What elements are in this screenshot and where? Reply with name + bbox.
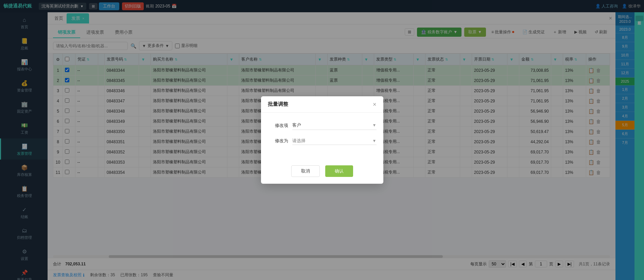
modal-header: 批量调整 × (261, 96, 383, 113)
modal-overlay[interactable]: 批量调整 × 修改项 客户 ▼ 修改为 ▼ 取消 确认 (0, 0, 644, 280)
batch-adjust-modal: 批量调整 × 修改项 客户 ▼ 修改为 ▼ 取消 确认 (261, 96, 383, 184)
modify-field-arrow-icon: ▼ (372, 123, 377, 128)
modal-footer: 取消 确认 (261, 160, 383, 184)
modify-field-label: 修改项 (268, 122, 288, 129)
modify-field-value: 客户 (292, 122, 372, 128)
confirm-button[interactable]: 确认 (325, 165, 353, 177)
modify-field-select[interactable]: 客户 ▼ (292, 121, 377, 130)
modify-to-arrow-icon: ▼ (372, 138, 377, 143)
modify-field-row: 修改项 客户 ▼ (268, 121, 377, 130)
modify-to-row: 修改为 ▼ (268, 137, 377, 145)
modal-body: 修改项 客户 ▼ 修改为 ▼ (261, 113, 383, 160)
modal-title: 批量调整 (268, 101, 288, 108)
modal-close-btn[interactable]: × (373, 101, 377, 108)
modify-to-select[interactable]: ▼ (292, 137, 377, 145)
cancel-button[interactable]: 取消 (291, 165, 320, 177)
modify-to-label: 修改为 (268, 138, 288, 144)
modify-to-input[interactable] (292, 138, 372, 143)
